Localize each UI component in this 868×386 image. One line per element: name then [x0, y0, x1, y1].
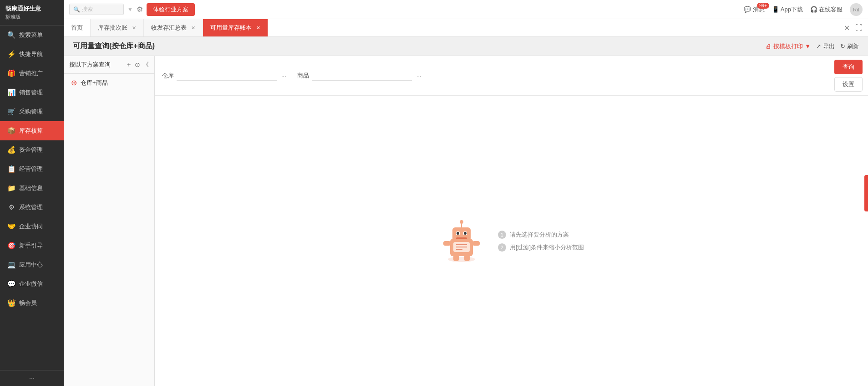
sidebar-item-shortcut[interactable]: ⚡ 快捷导航 [0, 45, 64, 64]
warehouse-label: 仓库 [162, 72, 174, 80]
headset-icon: 🎧 [810, 6, 817, 13]
tip-text-1: 请先选择要分析的方案 [510, 231, 569, 239]
system-icon: ⚙ [7, 203, 15, 211]
sidebar-item-label: 资金管理 [19, 146, 43, 154]
sidebar-item-finance[interactable]: 💰 资金管理 [0, 140, 64, 160]
settings-button[interactable]: 设置 [834, 77, 863, 92]
sidebar-item-system[interactable]: ⚙ 系统管理 [0, 198, 64, 217]
svg-rect-7 [456, 237, 467, 239]
tip-num-1: 1 [498, 231, 506, 239]
message-badge: 99+ [757, 3, 769, 9]
topbar: 🔍 搜索 ▼ ⚙ 体验行业方案 💬 消息 99+ 📱 App下载 🎧 在线客服 … [64, 0, 868, 19]
trial-button[interactable]: 体验行业方案 [147, 3, 195, 16]
sidebar-item-basic[interactable]: 📁 基础信息 [0, 179, 64, 198]
app-icon: 💻 [7, 261, 15, 269]
app-icon: 📱 [772, 6, 779, 13]
svg-point-0 [448, 257, 475, 262]
online-service-link[interactable]: 🎧 在线客服 [810, 5, 843, 14]
sidebar-bottom: ⋯ [0, 370, 64, 386]
enterprise-icon: 🤝 [7, 222, 15, 231]
sales-icon: 📊 [7, 88, 15, 97]
brand-sub: 标准版 [5, 14, 58, 21]
user-avatar[interactable]: Rit [850, 3, 863, 16]
sidebar-item-label: 畅会员 [19, 299, 37, 307]
warehouse-more-icon[interactable]: ··· [281, 72, 286, 79]
wechat-icon: 💬 [7, 280, 15, 288]
tab-available-stock[interactable]: 可用量库存账本 ✕ [203, 19, 268, 36]
refresh-button[interactable]: ↻ 刷新 [840, 42, 859, 51]
message-button[interactable]: 💬 消息 99+ [744, 5, 765, 14]
sidebar-item-label: 搜索菜单 [19, 31, 43, 39]
empty-tips: 1 请先选择要分析的方案 2 用[过滤]条件来缩小分析范围 [498, 231, 584, 252]
search-icon: 🔍 [73, 6, 80, 13]
sidebar-item-wechat[interactable]: 💬 企业微信 [0, 274, 64, 293]
brand-name: 畅康通好生意 [5, 5, 58, 13]
sidebar-item-app[interactable]: 💻 应用中心 [0, 255, 64, 274]
goods-label: 商品 [297, 72, 309, 80]
scheme-warehouse-goods[interactable]: ⊕ 仓库+商品 [64, 74, 154, 92]
scroll-handle[interactable] [864, 175, 868, 211]
sidebar: 畅康通好生意 标准版 🔍 搜索菜单 ⚡ 快捷导航 🎁 营销推广 📊 销售管理 🛒… [0, 0, 64, 386]
settings-gear-icon[interactable]: ⚙ [137, 5, 143, 14]
left-panel-actions: ＋ ⊙ 《 [126, 61, 149, 69]
empty-robot-illustration [439, 218, 484, 264]
search-placeholder: 搜索 [82, 5, 93, 13]
export-button[interactable]: ↗ 导出 [816, 42, 835, 51]
message-icon: 💬 [744, 6, 751, 13]
settings-scheme-icon[interactable]: ⊙ [135, 61, 140, 68]
collapse-panel-icon[interactable]: 《 [143, 61, 149, 69]
sidebar-item-label: 基础信息 [19, 184, 43, 192]
print-button[interactable]: 🖨 按模板打印 ▼ [766, 42, 811, 51]
guide-icon: 🎯 [7, 242, 15, 250]
sidebar-item-marketing[interactable]: 🎁 营销推广 [0, 64, 64, 83]
sidebar-item-search[interactable]: 🔍 搜索菜单 [0, 26, 64, 45]
empty-state-inner: 1 请先选择要分析的方案 2 用[过滤]条件来缩小分析范围 [439, 218, 584, 264]
print-icon: 🖨 [766, 43, 772, 50]
filter-fields: 仓库 ··· 商品 ··· [155, 56, 829, 95]
tab-batch-account[interactable]: 库存批次账 ✕ [91, 19, 144, 36]
tab-receive-summary[interactable]: 收发存汇总表 ✕ [144, 19, 203, 36]
content-area: 按以下方案查询 ＋ ⊙ 《 ⊕ 仓库+商品 仓库 [64, 56, 868, 386]
sidebar-item-inventory[interactable]: 📦 库存核算 [0, 121, 64, 140]
page-title: 可用量查询(按仓库+商品) [73, 41, 155, 51]
sidebar-item-guide[interactable]: 🎯 新手引导 [0, 236, 64, 255]
sidebar-item-purchase[interactable]: 🛒 采购管理 [0, 102, 64, 121]
query-button[interactable]: 查询 [834, 60, 863, 74]
goods-input[interactable] [312, 71, 412, 81]
warehouse-input[interactable] [177, 71, 277, 81]
tab-home[interactable]: 首页 [64, 19, 91, 36]
scheme-label: 仓库+商品 [81, 79, 108, 87]
tab-close-all-button[interactable]: ✕ [842, 22, 852, 34]
print-label: 按模板打印 [773, 42, 803, 51]
sidebar-item-sales[interactable]: 📊 销售管理 [0, 83, 64, 102]
tip-text-2: 用[过滤]条件来缩小分析范围 [510, 243, 584, 252]
svg-rect-12 [453, 255, 459, 261]
app-download-link[interactable]: 📱 App下载 [772, 5, 803, 14]
sidebar-item-operation[interactable]: 📋 经营管理 [0, 160, 64, 179]
tabs-bar: 首页 库存批次账 ✕ 收发存汇总表 ✕ 可用量库存账本 ✕ ✕ ⛶ [64, 19, 868, 37]
svg-point-5 [457, 232, 459, 235]
export-icon: ↗ [816, 43, 821, 50]
sidebar-item-label: 采购管理 [19, 108, 43, 116]
goods-more-icon[interactable]: ··· [416, 72, 421, 79]
sidebar-item-enterprise[interactable]: 🤝 企业协同 [0, 217, 64, 236]
tab-available-stock-close[interactable]: ✕ [256, 25, 260, 31]
sidebar-item-label: 库存核算 [19, 127, 43, 135]
tab-batch-account-label: 库存批次账 [98, 24, 127, 32]
shortcut-icon: ⚡ [7, 50, 15, 58]
empty-state: 1 请先选择要分析的方案 2 用[过滤]条件来缩小分析范围 [155, 96, 868, 386]
tab-available-stock-label: 可用量库存账本 [210, 24, 252, 32]
refresh-label: 刷新 [847, 42, 859, 51]
search-box[interactable]: 🔍 搜索 [69, 4, 124, 15]
basic-icon: 📁 [7, 184, 15, 192]
dropdown-arrow[interactable]: ▼ [127, 6, 133, 13]
add-scheme-icon[interactable]: ＋ [126, 61, 132, 69]
finance-icon: 💰 [7, 146, 15, 154]
purchase-icon: 🛒 [7, 108, 15, 116]
sidebar-item-member[interactable]: 👑 畅会员 [0, 293, 64, 313]
tab-expand-button[interactable]: ⛶ [853, 22, 864, 34]
tab-receive-summary-close[interactable]: ✕ [191, 25, 195, 31]
tab-batch-account-close[interactable]: ✕ [132, 25, 136, 31]
print-dropdown-icon[interactable]: ▼ [805, 43, 811, 50]
sidebar-item-label: 快捷导航 [19, 50, 43, 58]
